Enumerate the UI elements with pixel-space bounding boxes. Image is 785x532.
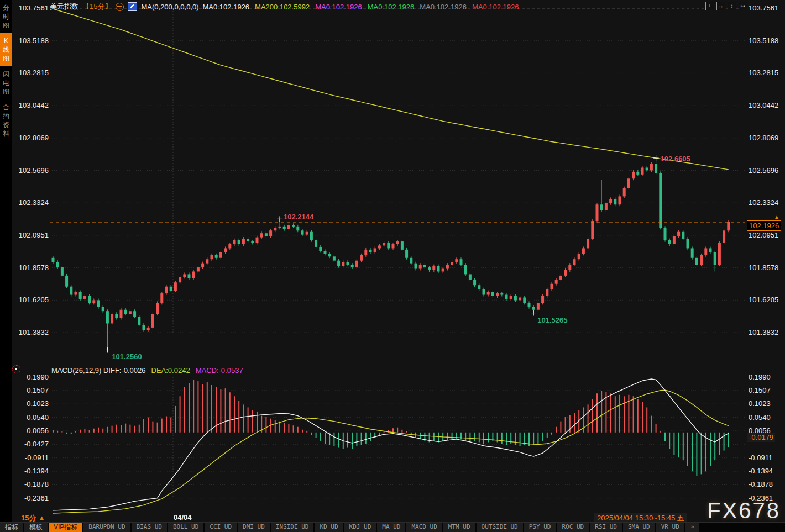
tab-macd_ud[interactable]: MACD_UD [406, 523, 442, 532]
tab-vip[interactable]: VIP指标 [49, 523, 82, 532]
tab-[interactable]: 模板 [24, 523, 48, 532]
zoom-x-icon[interactable]: ↔ [716, 2, 725, 10]
tab-ma_ud[interactable]: MA_UD [377, 523, 405, 532]
zoom-y-icon[interactable]: ↕ [728, 2, 736, 10]
trading-app-window: 102.2144102.6605101.2560101.5265 分 时 图K … [0, 0, 785, 532]
tab-bias_ud[interactable]: BIAS_UD [132, 523, 167, 532]
fx678-watermark: FX678 [707, 498, 781, 523]
left-sidebar: 分 时 图K 线 图闪 电 图合 约 资 料 [0, 0, 12, 532]
tab-vr_ud[interactable]: VR_UD [656, 523, 684, 532]
tab-mtm_ud[interactable]: MTM_UD [443, 523, 475, 532]
tab-sma_ud[interactable]: SMA_UD [623, 523, 655, 532]
ma200-line [53, 9, 729, 170]
ma-values: MA0:102.1926MA200:102.5992MA0:102.1926MA… [203, 3, 525, 11]
dea-line [53, 390, 729, 513]
tab-barupdn_ud[interactable]: BARUPDN_UD [83, 523, 130, 532]
price-annotation: 102.2144 [284, 213, 314, 221]
ma-value-label: MA0:102.1926 [472, 3, 519, 11]
ma-value-label: MA0:102.1926 [315, 3, 362, 11]
main-chart-header: 美元指数 【15分】 MA(0,200,0,0,0,0) MA0:102.192… [50, 2, 524, 12]
tab-outside_ud[interactable]: OUTSIDE_UD [477, 523, 523, 532]
sidebar-item-time-chart[interactable]: 分 时 图 [0, 0, 12, 33]
macd-settings-icon[interactable] [12, 365, 20, 373]
tab-boll_ud[interactable]: BOLL_UD [168, 523, 203, 532]
tab-[interactable]: » [685, 523, 699, 532]
current-price-tag: 102.1926 [747, 220, 781, 231]
chart-toolbar: +↔↕↦ [705, 2, 747, 10]
price-up-arrow-icon: ▲ [774, 214, 779, 220]
macd-value-label: MACD:-0.0537 [196, 366, 243, 375]
dea-value-label: DEA:0.0242 [151, 366, 190, 375]
chart-canvas[interactable]: 102.2144102.6605101.2560101.5265 [0, 0, 785, 532]
indicator-tab-bar: 指标模板VIP指标BARUPDN_UDBIAS_UDBOLL_UDCCI_UDD… [0, 522, 785, 532]
symbol-name: 美元指数 [50, 2, 78, 12]
chart-type-icon[interactable] [128, 2, 137, 11]
crosshair-icon[interactable]: + [705, 2, 714, 10]
tab-rsi_ud[interactable]: RSI_UD [590, 523, 622, 532]
macd-formula-label: MACD(26,12,9) DIFF:-0.0026 [51, 366, 146, 375]
ma-value-label: MA0:102.1926 [203, 3, 250, 11]
ma-function-label: MA(0,200,0,0,0,0) [141, 3, 198, 11]
macd-histogram [53, 380, 729, 476]
macd-current-value-tag: -0.0179 [747, 433, 775, 442]
sidebar-item-kline-chart[interactable]: K 线 图 [0, 33, 12, 66]
tab-dmi_ud[interactable]: DMI_UD [238, 523, 270, 532]
tab-psy_ud[interactable]: PSY_UD [524, 523, 556, 532]
tab-kdj_ud[interactable]: KDJ_UD [344, 523, 376, 532]
diff-line [53, 379, 729, 510]
tab-[interactable]: 指标 [0, 523, 23, 532]
tab-kd_ud[interactable]: KD_UD [315, 523, 343, 532]
timeframe-label: 【15分】 [82, 2, 112, 12]
ma-value-label: MA0:102.1926 [420, 3, 467, 11]
pan-right-icon[interactable]: ↦ [739, 2, 747, 10]
tab-cci_ud[interactable]: CCI_UD [205, 523, 237, 532]
ma-value-label: MA0:102.1926 [368, 3, 415, 11]
tab-inside_ud[interactable]: INSIDE_UD [271, 523, 314, 532]
tab-roc_ud[interactable]: ROC_UD [557, 523, 589, 532]
collapse-indicator-icon[interactable] [116, 3, 124, 11]
sidebar-item-lightning-chart[interactable]: 闪 电 图 [0, 66, 12, 99]
price-annotation: 101.2560 [112, 352, 142, 361]
macd-header: MACD(26,12,9) DIFF:-0.0026 DEA:0.0242 MA… [51, 366, 243, 375]
candlestick-series [52, 158, 730, 350]
price-annotation: 101.5265 [537, 316, 567, 324]
sidebar-item-contract-info[interactable]: 合 约 资 料 [0, 99, 12, 141]
ma-value-label: MA200:102.5992 [255, 3, 310, 11]
price-annotation: 102.6605 [661, 155, 690, 163]
